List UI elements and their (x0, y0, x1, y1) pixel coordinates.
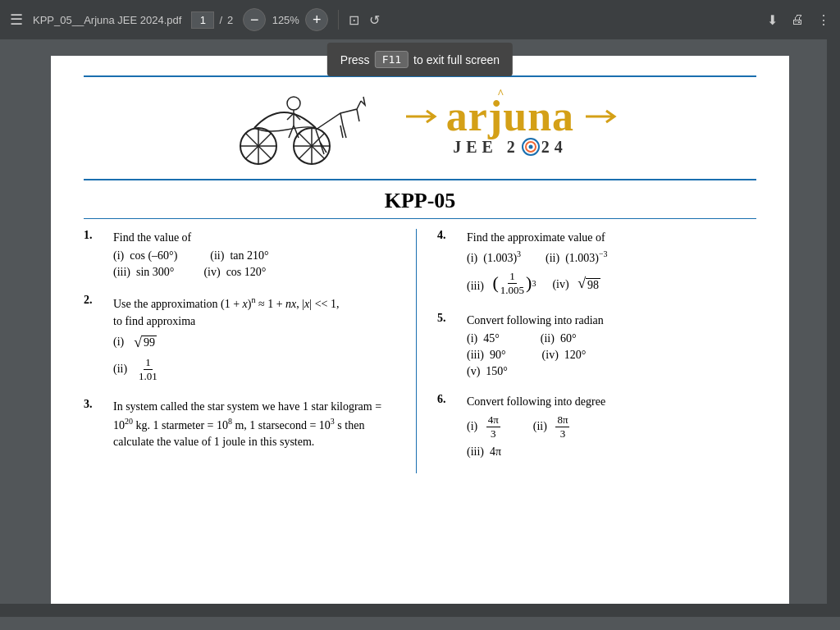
pdf-header: arj^una JEE 2 (84, 80, 756, 171)
section-divider (84, 218, 756, 219)
download-button[interactable]: ⬇ (767, 12, 778, 28)
q4-part-i: (i) (1.003)3 (467, 249, 521, 265)
pdf-page: arj^una JEE 2 (51, 56, 789, 614)
zoom-out-button[interactable]: − (243, 8, 266, 31)
page-total: 2 (227, 14, 233, 26)
q2-number: 2. (84, 294, 103, 330)
q1-number: 1. (84, 229, 103, 246)
q6-part-ii: (ii) 8π 3 (533, 413, 570, 441)
zoom-in-button[interactable]: + (305, 8, 328, 31)
rotate-button[interactable]: ↺ (369, 12, 380, 28)
more-options-button[interactable]: ⋮ (817, 12, 830, 28)
q1-part-iv: (iv) cos 120° (203, 266, 266, 279)
q6-parts: (i) 4π 3 (ii) 8π 3 (437, 413, 756, 459)
scrollbar-vertical[interactable] (827, 39, 840, 617)
page-navigation: / 2 (191, 11, 233, 29)
q2-text: Use the approximation (1 + x)n ≈ 1 + nx,… (113, 294, 339, 330)
question-2: 2. Use the approximation (1 + x)n ≈ 1 + … (84, 294, 403, 383)
q5-part-v: (v) 150° (467, 365, 508, 377)
q1-part-iii: (iii) sin 300° (113, 266, 174, 279)
q5-number: 5. (437, 312, 457, 329)
q4-text: Find the approximate value of (467, 229, 605, 246)
viewer-area[interactable]: arj^una JEE 2 (0, 39, 840, 617)
q5-part-iv: (iv) 120° (542, 349, 587, 362)
q4-part-iii: (iii) ( 1 1.005 ) 3 (467, 270, 536, 297)
right-arrow-icon (578, 104, 619, 129)
question-5: 5. Convert following into radian (i) 45°… (437, 312, 756, 378)
zoom-controls: − 125% + (243, 8, 328, 31)
fullscreen-tooltip: Press F11 to exit full screen (327, 43, 513, 76)
scrollbar-horizontal[interactable] (0, 604, 840, 617)
brand-text: ar (446, 93, 488, 139)
question-3: 3. In system called the star system we h… (84, 398, 403, 451)
toolbar-right: ⬇ 🖨 ⋮ (767, 12, 830, 28)
q1-parts: (i) cos (–60°) (ii) tan 210° (iii) sin 3… (84, 249, 403, 279)
q1-part-i: (i) cos (–60°) (113, 249, 177, 262)
q5-part-ii: (ii) 60° (541, 332, 577, 345)
q6-number: 6. (437, 393, 457, 410)
tooltip-suffix: to exit full screen (413, 53, 500, 66)
q6-text: Convert following into degree (467, 393, 605, 410)
left-column: 1. Find the value of (i) cos (–60°) (ii)… (84, 229, 416, 473)
q4-number: 4. (437, 229, 457, 246)
q6-part-iii: (iii) 4π (467, 445, 501, 458)
brand-una: una (503, 93, 574, 139)
brand-j: j^ (488, 95, 503, 138)
q1-text: Find the value of (113, 229, 191, 246)
tooltip-key: F11 (375, 51, 409, 68)
tooltip-press-text: Press (340, 53, 370, 66)
q5-part-iii: (iii) 90° (467, 349, 506, 362)
q4-parts: (i) (1.003)3 (ii) (1.003)−3 (iii) ( 1 1.… (437, 249, 756, 297)
chariot-svg (221, 80, 386, 171)
q2-part-i-label: (i) (113, 336, 124, 349)
divider (338, 10, 339, 30)
toolbar: ☰ KPP_05__Arjuna JEE 2024.pdf / 2 − 125%… (0, 0, 840, 39)
q2-parts: (i) √99 (ii) 1 1.01 (84, 335, 403, 383)
q5-parts: (i) 45° (ii) 60° (iii) 90° (iv) 120° (v)… (437, 332, 756, 378)
q2-part-ii-label: (ii) (113, 363, 127, 376)
svg-point-13 (528, 145, 532, 149)
question-1: 1. Find the value of (i) cos (–60°) (ii)… (84, 229, 403, 279)
q5-text: Convert following into radian (467, 312, 604, 329)
q2-part-i-value: √99 (134, 335, 157, 349)
header-bottom-line (84, 179, 756, 180)
kpp-title: KPP-05 (84, 189, 756, 213)
column-divider (416, 229, 424, 473)
right-column: 4. Find the approximate value of (i) (1.… (424, 229, 756, 473)
svg-point-10 (287, 97, 300, 110)
q1-part-ii: (ii) tan 210° (210, 249, 268, 262)
q3-number: 3. (84, 398, 103, 451)
document-title: KPP_05__Arjuna JEE 2024.pdf (33, 14, 181, 26)
q4-part-iv: (iv) √98 (552, 275, 600, 292)
q5-part-i: (i) 45° (467, 332, 500, 345)
page-separator: / (219, 14, 222, 26)
question-4: 4. Find the approximate value of (i) (1.… (437, 229, 756, 297)
left-arrow-icon (402, 104, 443, 129)
q3-text: In system called the star system we have… (113, 398, 403, 451)
chariot-illustration (221, 80, 386, 171)
page-number-input[interactable] (191, 11, 214, 29)
menu-icon[interactable]: ☰ (10, 11, 23, 29)
q2-part-ii-value: 1 1.01 (137, 356, 159, 383)
target-icon (522, 138, 540, 156)
q6-part-i: (i) 4π 3 (467, 413, 500, 441)
zoom-value: 125% (269, 14, 302, 26)
brand-logo: arj^una JEE 2 (402, 95, 619, 157)
question-6: 6. Convert following into degree (i) 4π … (437, 393, 756, 459)
print-button[interactable]: 🖨 (791, 12, 804, 27)
questions-grid: 1. Find the value of (i) cos (–60°) (ii)… (84, 229, 756, 473)
fit-page-button[interactable]: ⊡ (349, 12, 359, 28)
jee-2024-text: JEE 2 24 (453, 138, 568, 157)
q4-part-ii: (ii) (1.003)−3 (546, 249, 608, 265)
